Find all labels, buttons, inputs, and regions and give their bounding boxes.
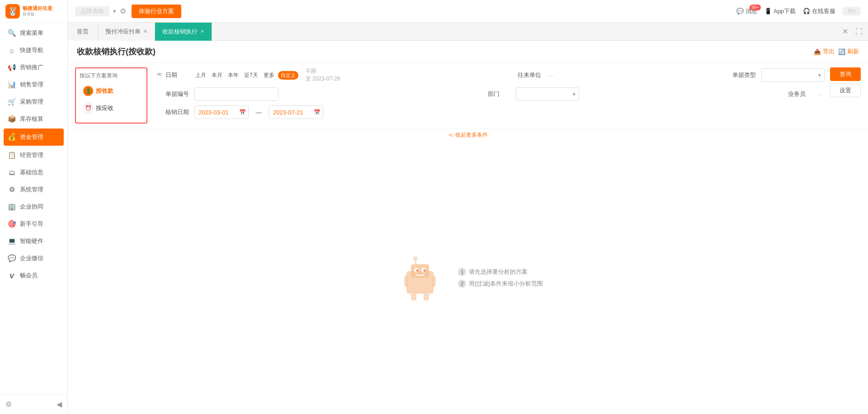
counterparty-label: 往来单位 <box>518 71 541 79</box>
sidebar-item-member[interactable]: V 畅会员 <box>0 267 67 284</box>
query-button[interactable]: 查询 <box>830 67 861 81</box>
sidebar-logo: 🐰 畅捷通好生意 标准版 <box>0 0 67 23</box>
svg-point-5 <box>424 270 426 272</box>
filter-row-2: 单据编号 部门 ▼ 业务员 ··· <box>165 87 825 101</box>
refresh-icon: 🔄 <box>838 48 845 55</box>
system-icon: ⚙ <box>7 186 16 194</box>
tab-close-window-button[interactable]: ✕ <box>840 25 850 38</box>
sidebar-item-operation[interactable]: 📋 经营管理 <box>0 147 67 164</box>
tab-close-icon[interactable]: ✕ <box>143 29 147 34</box>
main-content: 品牌名称 ▾ ⚙ 体验行业方案 💬 消息 99+ 📱 App下载 🎧 在线客服 … <box>68 0 868 414</box>
date-btn-last-month[interactable]: 上月 <box>193 71 208 80</box>
sidebar-item-label: 系统管理 <box>20 186 43 194</box>
topbar-right: 💬 消息 99+ 📱 App下载 🎧 在线客服 Rit <box>736 7 861 15</box>
svg-rect-6 <box>415 274 425 276</box>
service-label: 在线客服 <box>812 7 835 15</box>
verify-date-label: 核销日期 <box>165 108 189 116</box>
sidebar-item-label: 智能硬件 <box>20 237 43 245</box>
date-btn-this-year[interactable]: 本年 <box>226 71 241 80</box>
wechat-icon: 💬 <box>7 254 16 262</box>
hardware-icon: 💻 <box>7 237 16 245</box>
doc-no-input[interactable] <box>194 87 278 101</box>
sidebar-item-search[interactable]: 🔍 搜索菜单 <box>0 24 67 42</box>
topbar-gear-icon[interactable]: ⚙ <box>120 7 126 15</box>
tab-prepay-label: 预付冲应付单 <box>105 28 141 36</box>
purchase-icon: 🛒 <box>7 98 16 106</box>
sidebar-item-purchase[interactable]: 🛒 采购管理 <box>0 93 67 110</box>
dropdown-arrow-icon[interactable]: ▾ <box>113 8 116 14</box>
sidebar-item-system[interactable]: ⚙ 系统管理 <box>0 181 67 198</box>
export-icon: 📤 <box>814 48 821 55</box>
marketing-icon: 📢 <box>7 63 16 71</box>
verify-date-from-cal-icon[interactable]: 📅 <box>239 109 246 115</box>
dept-select[interactable] <box>516 87 579 101</box>
page-area: 收款核销执行(按收款) 📤 导出 🔄 刷新 按以下方案查询 💲 <box>68 41 868 414</box>
basic-icon: 🗂 <box>7 169 16 176</box>
filter-row-3: 核销日期 📅 — 📅 <box>165 105 825 119</box>
svg-point-4 <box>416 270 419 272</box>
solution-button[interactable]: 体验行业方案 <box>132 5 181 18</box>
collapse-more-button[interactable]: ≪ 收起更多条件 <box>68 128 868 142</box>
filter-row-1: 日期 上月 本月 本年 近7天 更多 自定义 不限 至 2023-07-26 <box>165 67 825 83</box>
verify-date-to-cal-icon[interactable]: 📅 <box>314 109 321 115</box>
app-download-button[interactable]: 📱 App下载 <box>764 7 796 15</box>
filter-form: 日期 上月 本月 本年 近7天 更多 自定义 不限 至 2023-07-26 <box>165 67 825 124</box>
refresh-button[interactable]: 🔄 刷新 <box>838 48 859 56</box>
sidebar-item-hardware[interactable]: 💻 智能硬件 <box>0 233 67 250</box>
sidebar-item-finance[interactable]: 💰 资金管理 <box>4 128 64 146</box>
date-btn-custom[interactable]: 自定义 <box>278 71 298 80</box>
empty-tip-1-text: 请先选择要分析的方案 <box>469 268 528 276</box>
export-label: 导出 <box>823 48 835 56</box>
member-icon: V <box>7 272 16 280</box>
export-button[interactable]: 📤 导出 <box>814 48 835 56</box>
date-no-limit: 不限 <box>306 67 340 75</box>
query-type-by-receipt[interactable]: 💲 按收款 <box>80 83 143 99</box>
collapse-sidebar-icon[interactable]: ◀ <box>57 400 62 409</box>
doc-type-select-wrapper: ▼ <box>761 68 825 82</box>
sidebar-item-inventory[interactable]: 📦 库存核算 <box>0 110 67 128</box>
doc-no-label: 单据编号 <box>165 90 189 98</box>
tab-home[interactable]: 首页 <box>68 23 98 41</box>
staff-dots: ··· <box>816 91 825 98</box>
collapse-button[interactable]: ≪ <box>156 67 165 124</box>
page-header: 收款核销执行(按收款) 📤 导出 🔄 刷新 <box>68 41 868 63</box>
doc-type-select[interactable] <box>761 68 825 82</box>
topbar-brand: 品牌名称 <box>75 6 109 16</box>
sidebar-item-label: 资金管理 <box>20 133 43 141</box>
date-btn-more[interactable]: 更多 <box>262 71 276 80</box>
tab-close-active-icon[interactable]: ✕ <box>200 29 204 34</box>
sidebar-item-guide[interactable]: 🎯 新手引导 <box>0 215 67 233</box>
sidebar-item-label: 畅会员 <box>20 271 38 280</box>
online-service-button[interactable]: 🎧 在线客服 <box>803 7 835 15</box>
date-btn-this-month[interactable]: 本月 <box>210 71 224 80</box>
receipt-icon: 💲 <box>83 86 93 96</box>
topbar-left: 品牌名称 ▾ ⚙ 体验行业方案 <box>75 5 736 18</box>
query-type-by-receivable[interactable]: ⏰ 按应收 <box>80 100 143 116</box>
sidebar-item-label: 销售管理 <box>20 81 43 89</box>
app-label: App下载 <box>774 7 796 15</box>
sidebar-item-shortcut[interactable]: ⌂ 快捷导航 <box>0 42 67 59</box>
svg-rect-8 <box>432 276 436 287</box>
sidebar-item-basic[interactable]: 🗂 基础信息 <box>0 164 67 181</box>
refresh-label: 刷新 <box>847 48 859 56</box>
date-label: 日期 <box>165 71 188 79</box>
sidebar-item-wechat[interactable]: 💬 企业微信 <box>0 250 67 267</box>
sidebar-item-sales[interactable]: 📊 销售管理 <box>0 76 67 93</box>
settings-button[interactable]: 设置 <box>830 84 861 97</box>
tab-expand-button[interactable]: ⛶ <box>854 26 864 38</box>
settings-icon[interactable]: ⚙ <box>5 400 12 409</box>
logo-sub: 标准版 <box>23 11 52 17</box>
message-button[interactable]: 💬 消息 99+ <box>736 7 757 15</box>
date-btn-7days[interactable]: 近7天 <box>242 71 260 80</box>
empty-illustration <box>393 251 447 305</box>
svg-rect-7 <box>404 276 408 287</box>
tab-prepay[interactable]: 预付冲应付单 ✕ <box>98 23 155 41</box>
filter-dash: — <box>254 109 264 116</box>
sidebar-item-marketing[interactable]: 📢 营销推广 <box>0 59 67 76</box>
user-info[interactable]: Rit <box>843 7 861 15</box>
sidebar-item-corp[interactable]: 🏢 企业协同 <box>0 198 67 215</box>
tab-collect[interactable]: 收款核销执行 ✕ <box>155 23 212 41</box>
dept-select-wrapper: ▼ <box>516 87 579 101</box>
tabbar-right: ✕ ⛶ <box>840 25 868 38</box>
sales-icon: 📊 <box>7 81 16 89</box>
